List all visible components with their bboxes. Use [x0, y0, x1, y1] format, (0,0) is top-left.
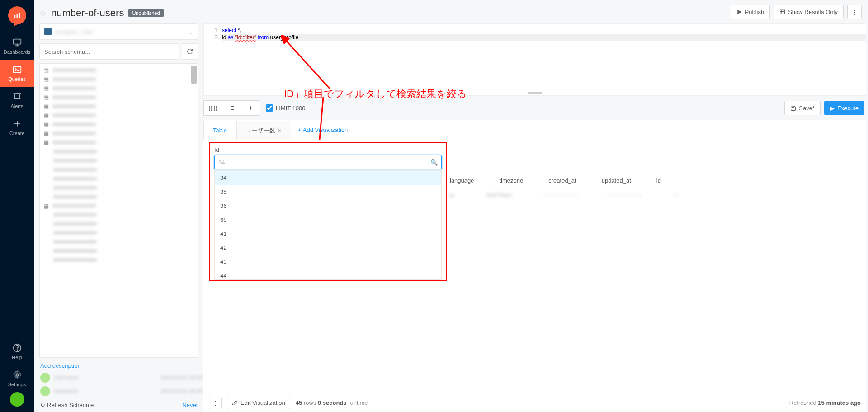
add-description-link[interactable]: Add description: [40, 362, 203, 369]
schema-column[interactable]: xxxxxxxxxxxxxxxx: [40, 165, 198, 174]
schema-table[interactable]: ▦xxxxxxxxxxxxxxxx: [40, 129, 198, 138]
schema-tree[interactable]: ▦xxxxxxxxxxxxxxxx▦xxxxxxxxxxxxxxxx▦xxxxx…: [39, 63, 198, 358]
nav-label: Settings: [8, 382, 26, 387]
schema-column[interactable]: xxxxxxxxxxxxxxxx: [40, 237, 198, 246]
cell: — — — — —: [609, 192, 642, 198]
nav-settings[interactable]: Settings: [0, 365, 34, 392]
schema-column[interactable]: xxxxxxxxxxxxxxxx: [40, 228, 198, 237]
schema-table[interactable]: ▦xxxxxxxxxxxxxxxx: [40, 138, 198, 147]
filter-label: Id: [214, 146, 442, 153]
footer-menu-button[interactable]: ⋮: [209, 397, 222, 409]
schema-table[interactable]: ▦xxxxxxxxxxxxxxxx: [40, 120, 198, 129]
schema-column[interactable]: xxxxxxxxxxxxxxxx: [40, 255, 198, 264]
schema-column[interactable]: xxxxxxxxxxxxxxxx: [40, 147, 198, 156]
schema-table[interactable]: ▦xxxxxxxxxxxxxxxx: [40, 75, 198, 84]
table-icon: ▦: [43, 121, 49, 128]
app-logo[interactable]: [8, 6, 26, 24]
schema-table[interactable]: ▦xxxxxxxxxxxxxxxx: [40, 84, 198, 93]
datasource-select[interactable]: postgres_main ⌄: [39, 23, 198, 40]
schema-table[interactable]: ▦xxxxxxxxxxxxxxxx: [40, 102, 198, 111]
nav-label: Queries: [8, 76, 26, 82]
execute-button[interactable]: ▶ Execute: [824, 101, 864, 115]
params-button[interactable]: {{ }}: [203, 100, 222, 116]
svg-point-13: [17, 350, 17, 350]
tab-users[interactable]: ユーザー数×: [236, 121, 291, 140]
svg-rect-2: [19, 13, 20, 18]
schema-table[interactable]: ▦xxxxxxxxxxxxxxxx: [40, 93, 198, 102]
edit-visualization-button[interactable]: Edit Visualization: [227, 397, 290, 409]
avatar: [40, 373, 50, 383]
editor-controls: {{ }} LIMIT 1000 Save* ▶ Execute: [203, 96, 868, 120]
filter-option[interactable]: 35: [215, 185, 441, 199]
column-header[interactable]: language: [450, 177, 474, 184]
column-header[interactable]: created_at: [548, 177, 576, 184]
schema-column[interactable]: xxxxxxxxxxxxxxxx: [40, 183, 198, 192]
show-results-only-button[interactable]: Show Results Only: [774, 5, 844, 19]
schema-column[interactable]: xxxxxxxxxxxxxxxx: [40, 210, 198, 219]
datasource-name: postgres_main: [55, 28, 188, 35]
nav-help[interactable]: Help: [0, 338, 34, 365]
limit-checkbox[interactable]: LIMIT 1000: [266, 104, 306, 112]
schema-column[interactable]: xxxxxxxxxxxxxxxx: [40, 219, 198, 228]
refresh-schema-button[interactable]: [182, 43, 198, 60]
svg-rect-15: [780, 10, 785, 14]
filter-panel: Id 🔍 3435366841424344: [209, 142, 447, 281]
column-header[interactable]: updated_at: [602, 177, 631, 184]
cell: Asia/Tokyo: [486, 192, 512, 198]
schema-column[interactable]: xxxxxxxxxxxxxxxx: [40, 156, 198, 165]
schema-table[interactable]: ▦xxxxxxxxxxxxxxxx: [40, 111, 198, 120]
filter-option[interactable]: 36: [215, 199, 441, 213]
autocomplete-button[interactable]: [241, 100, 260, 116]
terminal-icon: [12, 65, 22, 75]
schema-search-input[interactable]: [39, 43, 179, 60]
filter-input[interactable]: [218, 159, 430, 166]
svg-line-8: [13, 93, 15, 94]
nav-create[interactable]: Create: [0, 114, 34, 141]
star-icon[interactable]: ☆: [39, 8, 47, 18]
schema-column[interactable]: xxxxxxxxxxxxxxxx: [40, 174, 198, 183]
filter-option[interactable]: 34: [215, 171, 441, 185]
more-menu-button[interactable]: ⋮: [847, 5, 862, 19]
schema-table[interactable]: ▦xxxxxxxxxxxxxxxx: [40, 201, 198, 210]
table-icon: ▦: [43, 67, 49, 74]
plus-icon: [12, 119, 22, 129]
close-icon[interactable]: ×: [278, 127, 282, 134]
save-button[interactable]: Save*: [784, 101, 821, 115]
filter-option[interactable]: 44: [215, 269, 441, 280]
svg-rect-1: [16, 14, 18, 18]
results-footer: ⋮ Edit Visualization 45 rows 0 seconds r…: [203, 393, 866, 412]
nav-dashboards[interactable]: Dashboards: [0, 33, 34, 60]
nav-alerts[interactable]: Alerts: [0, 87, 34, 114]
format-button[interactable]: [222, 100, 241, 116]
filter-option[interactable]: 43: [215, 255, 441, 269]
refresh-schedule-label[interactable]: ↻Refresh Schedule: [40, 402, 94, 408]
user-avatar[interactable]: [10, 392, 24, 407]
filter-option[interactable]: 68: [215, 213, 441, 227]
updated-by-row: username2021/01/01 00:00: [39, 384, 203, 398]
schema-table[interactable]: ▦xxxxxxxxxxxxxxxx: [40, 66, 198, 75]
tab-table[interactable]: Table: [203, 121, 236, 140]
filter-option[interactable]: 41: [215, 227, 441, 241]
cell: ja: [450, 192, 454, 198]
resize-handle[interactable]: [528, 92, 542, 94]
add-visualization-button[interactable]: +Add Visualization: [291, 126, 354, 133]
filter-input-wrap[interactable]: 🔍: [214, 155, 442, 169]
query-title[interactable]: number-of-users: [51, 7, 124, 19]
schema-column[interactable]: xxxxxxxxxxxxxxxx: [40, 192, 198, 201]
filter-option[interactable]: 42: [215, 241, 441, 255]
schema-column[interactable]: xxxxxxxxxxxxxxxx: [40, 246, 198, 255]
top-toolbar: Publish Show Results Only ⋮: [203, 0, 868, 23]
publish-button[interactable]: Publish: [731, 5, 770, 19]
save-icon: [790, 105, 796, 111]
refresh-schedule-value[interactable]: Never: [182, 402, 198, 408]
nav-label: Help: [12, 355, 22, 360]
help-icon: [12, 343, 22, 353]
limit-checkbox-input[interactable]: [266, 104, 273, 112]
table-icon: ▦: [43, 139, 49, 146]
filter-dropdown[interactable]: 3435366841424344: [214, 170, 442, 280]
column-header[interactable]: timezone: [500, 177, 524, 184]
sql-editor[interactable]: 1select *,2id as "id::filter" from user_…: [203, 23, 866, 96]
nav-queries[interactable]: Queries: [0, 60, 34, 87]
column-header[interactable]: id: [656, 177, 661, 184]
avatar: [40, 386, 50, 396]
